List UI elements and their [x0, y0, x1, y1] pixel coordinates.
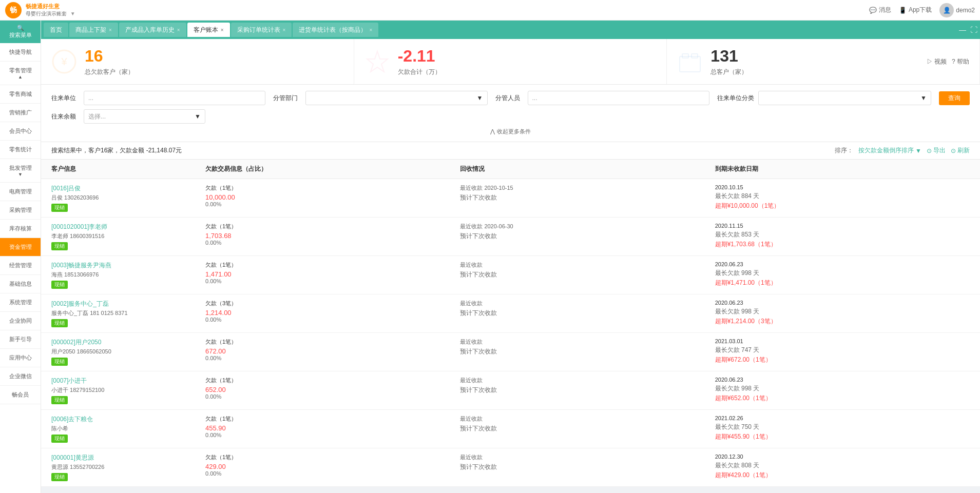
- debt-label-4: 欠款（3笔）: [205, 300, 460, 307]
- tab-instock-stats[interactable]: 进货单统计表（按商品） ×: [293, 23, 378, 37]
- tab-close-purchase[interactable]: ×: [283, 27, 286, 33]
- message-button[interactable]: 💬 消息: [869, 6, 891, 14]
- sidebar-item-member[interactable]: 会员中心: [0, 122, 41, 141]
- last-collect-1: 最近收款 2020-10-15: [460, 184, 715, 192]
- customer-name-4[interactable]: [0002]服务中心_丁磊: [51, 300, 205, 308]
- sidebar-item-retail-mall[interactable]: 零售商城: [0, 85, 41, 104]
- debt-amount-5[interactable]: 672.00: [205, 347, 460, 355]
- debt-amount-7[interactable]: 455.90: [205, 424, 460, 432]
- user-menu[interactable]: 👤 demo2: [939, 3, 975, 17]
- sidebar-item-ecommerce[interactable]: 电商管理: [0, 183, 41, 201]
- customer-name-2[interactable]: [0001020001]李老师: [51, 223, 205, 231]
- app-download-button[interactable]: 📱 App下载: [899, 6, 932, 14]
- tab-customer-account[interactable]: 客户账本 ×: [187, 23, 230, 37]
- overdue-amount-5[interactable]: 超期¥672.00（1笔）: [715, 356, 970, 364]
- tab-purchase-order[interactable]: 采购订单统计表 ×: [231, 23, 292, 37]
- overdue-days-6: 最长欠款 998 天: [715, 384, 970, 393]
- sidebar-item-purchase[interactable]: 采购管理: [0, 201, 41, 220]
- sidebar-item-capital[interactable]: 资金管理: [0, 238, 41, 257]
- overdue-days-3: 最长欠款 998 天: [715, 269, 970, 278]
- overdue-days-7: 最长欠款 750 天: [715, 423, 970, 431]
- sidebar-item-system[interactable]: 系统管理: [0, 293, 41, 312]
- tab-close-products[interactable]: ×: [109, 27, 112, 33]
- due-info-3: 2020.06.23 最长欠款 998 天 超期¥1,471.00（1笔）: [715, 261, 970, 287]
- person-input[interactable]: ...: [528, 91, 709, 105]
- customer-name-7[interactable]: [0006]去下粮仓: [51, 415, 205, 424]
- sidebar-item-retail-stats[interactable]: 零售统计: [0, 141, 41, 159]
- sidebar-item-enterprise[interactable]: 企业协同: [0, 312, 41, 330]
- tab-close-customer[interactable]: ×: [221, 27, 224, 33]
- unit-class-select[interactable]: ▼: [758, 91, 931, 105]
- help-button[interactable]: ? 帮助: [952, 57, 969, 66]
- sidebar-search[interactable]: 🔍 搜索菜单: [0, 21, 41, 43]
- tab-close-instock[interactable]: ×: [369, 27, 372, 33]
- customer-name-8[interactable]: [000001]黄思源: [51, 453, 205, 462]
- tab-window-actions: — ⛶: [959, 26, 977, 34]
- balance-select[interactable]: 选择... ▼: [84, 109, 205, 124]
- refresh-button[interactable]: ⊙ 刷新: [951, 146, 970, 155]
- customer-info-5: [000002]用户2050 用户2050 18665062050 现销: [51, 338, 205, 366]
- customer-name-6[interactable]: [0007]小进干: [51, 377, 205, 385]
- sidebar-item-batch-mgmt[interactable]: 批发管理 ▼: [0, 159, 41, 183]
- last-collect-4: 最近收款: [460, 300, 715, 307]
- maximize-button[interactable]: ⛶: [970, 26, 977, 34]
- customer-info-2: [0001020001]李老师 李老师 18600391516 现销: [51, 223, 205, 250]
- sidebar-item-marketing[interactable]: 营销推广: [0, 104, 41, 122]
- customer-name-1[interactable]: [0016]吕俊: [51, 184, 205, 193]
- debt-amount-3[interactable]: 1,471.00: [205, 270, 460, 278]
- sidebar-item-basic-info[interactable]: 基础信息: [0, 275, 41, 293]
- tab-close-produce[interactable]: ×: [177, 27, 180, 33]
- overdue-amount-4[interactable]: 超期¥1,214.00（3笔）: [715, 317, 970, 326]
- next-collect-5: 预计下次收款: [460, 347, 715, 356]
- sidebar-item-new-guide[interactable]: 新手引导: [0, 330, 41, 349]
- tab-home[interactable]: 首页: [44, 23, 68, 37]
- export-button[interactable]: ⊙ 导出: [927, 146, 946, 155]
- overdue-amount-7[interactable]: 超期¥455.90（1笔）: [715, 432, 970, 441]
- sidebar-item-app-center[interactable]: 应用中心: [0, 349, 41, 367]
- sidebar-item-operations[interactable]: 经营管理: [0, 257, 41, 275]
- page-content: ¥ 16 总欠款客户（家） -2.11: [41, 39, 980, 493]
- sort-select[interactable]: 按欠款金额倒序排序 ▼: [858, 146, 921, 155]
- debt-amount-4[interactable]: 1,214.00: [205, 309, 460, 317]
- recover-info-5: 最近收款 预计下次收款: [460, 338, 715, 356]
- search-button[interactable]: 查询: [939, 91, 970, 105]
- tab-produce-history[interactable]: 产成品入库单历史 ×: [119, 23, 186, 37]
- stat-right-actions: ▷ 视频 ? 帮助: [927, 57, 969, 66]
- table-row: [0007]小进干 小进干 18279152100 现销 欠款（1笔） 652.…: [41, 371, 980, 410]
- sidebar-item-wechat[interactable]: 企业微信: [0, 367, 41, 386]
- sidebar-item-vip[interactable]: 畅会员: [0, 386, 41, 404]
- debt-amount-1[interactable]: 10,000.00: [205, 193, 460, 201]
- debt-amount-6[interactable]: 652.00: [205, 386, 460, 393]
- video-button[interactable]: ▷ 视频: [927, 57, 947, 66]
- customer-name-3[interactable]: [0003]畅捷服务尹海燕: [51, 261, 205, 270]
- collapse-button[interactable]: ⋀ 收起更多条件: [490, 128, 531, 135]
- customer-phone-7: 陈小希: [51, 425, 205, 432]
- sidebar-item-inventory[interactable]: 库存核算: [0, 220, 41, 238]
- overdue-days-5: 最长欠款 747 天: [715, 346, 970, 354]
- sidebar-item-quick-nav[interactable]: 快捷导航: [0, 43, 41, 62]
- tab-products-online[interactable]: 商品上下架 ×: [69, 23, 118, 37]
- from-unit-input[interactable]: ...: [84, 91, 265, 105]
- debt-amount-2[interactable]: 1,703.68: [205, 232, 460, 240]
- sidebar-item-retail-mgmt[interactable]: 零售管理 ▲: [0, 62, 41, 85]
- overdue-days-4: 最长欠款 998 天: [715, 307, 970, 316]
- col-header-recover: 回收情况: [460, 165, 715, 173]
- collapse-icon: ⋀: [490, 128, 495, 135]
- debt-pct-6: 0.00%: [205, 393, 460, 400]
- debt-amount-8[interactable]: 429.00: [205, 463, 460, 470]
- overdue-amount-8[interactable]: 超期¥429.00（1笔）: [715, 471, 970, 480]
- table-row: [000002]用户2050 用户2050 18665062050 现销 欠款（…: [41, 333, 980, 371]
- customer-tag-3: 现销: [51, 281, 68, 289]
- customer-name-5[interactable]: [000002]用户2050: [51, 338, 205, 347]
- logo-icon: 畅: [5, 2, 22, 18]
- overdue-amount-1[interactable]: 超期¥10,000.00（1笔）: [715, 202, 970, 210]
- customer-tag-1: 现销: [51, 204, 68, 212]
- overdue-amount-6[interactable]: 超期¥652.00（1笔）: [715, 394, 970, 403]
- dept-select[interactable]: ▼: [305, 91, 487, 105]
- filter-from-unit: 往来单位 ...: [51, 91, 265, 105]
- due-date-1: 2020.10.15: [715, 184, 970, 190]
- overdue-amount-2[interactable]: 超期¥1,703.68（1笔）: [715, 240, 970, 249]
- minimize-button[interactable]: —: [959, 26, 966, 34]
- last-collect-8: 最近收款: [460, 453, 715, 461]
- overdue-amount-3[interactable]: 超期¥1,471.00（1笔）: [715, 279, 970, 287]
